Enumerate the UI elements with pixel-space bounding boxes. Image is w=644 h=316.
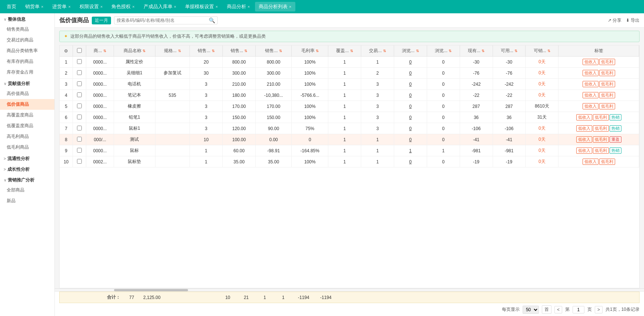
sidebar-item-全部商品[interactable]: 全部商品	[0, 185, 54, 196]
cell-views1[interactable]: 0	[394, 134, 427, 145]
nav-item-商品分析[interactable]: 商品分析×	[223, 2, 254, 11]
cell-sellable-days: 0天	[526, 123, 559, 134]
nav-item-销货单[interactable]: 销货单×	[21, 2, 47, 11]
col-gross-margin[interactable]: 毛利率 ⇅	[292, 45, 328, 57]
sidebar-item-交易过的商品[interactable]: 交易过的商品	[0, 35, 54, 45]
next-page-button[interactable]: >	[595, 306, 603, 313]
views1-link[interactable]: 0	[409, 93, 412, 98]
row-checkbox[interactable]	[77, 126, 82, 130]
sidebar-item-库存资金占用[interactable]: 库存资金占用	[0, 67, 54, 78]
cell-views1[interactable]: 0	[394, 101, 427, 112]
share-button[interactable]: ↗ 分享	[608, 17, 621, 24]
col-views2[interactable]: 浏览... ⇅	[427, 45, 460, 57]
nav-close-icon[interactable]: ×	[68, 4, 70, 9]
sidebar-group-4[interactable]: ∨营销推广分析	[0, 174, 54, 185]
table-wrapper[interactable]: ⚙ 商... ⇅ 商品名称 ⇅ 规格... ⇅ 销售... ⇅ 销售... ⇅ …	[59, 45, 640, 288]
totals-empty2	[196, 295, 218, 300]
prev-page-button[interactable]: <	[554, 306, 562, 313]
views1-link[interactable]: 0	[409, 71, 412, 76]
sidebar-item-高覆盖度商品[interactable]: 高覆盖度商品	[0, 110, 54, 120]
col-name[interactable]: 商品名称 ⇅	[114, 45, 155, 57]
row-checkbox[interactable]	[77, 59, 82, 64]
nav-item-权限设置[interactable]: 权限设置×	[76, 2, 106, 11]
col-transactions[interactable]: 交易... ⇅	[361, 45, 394, 57]
sidebar-group-0[interactable]: ∨整体信息	[0, 13, 54, 24]
nav-close-icon[interactable]: ×	[174, 4, 176, 9]
sidebar-item-低覆盖度商品[interactable]: 低覆盖度商品	[0, 120, 54, 131]
first-page-button[interactable]: 首	[542, 305, 551, 314]
views1-link[interactable]: 0	[409, 126, 412, 131]
sidebar: ∨整体信息销售类商品交易过的商品商品分类销售率有库存的商品库存资金占用∨贡献值分…	[0, 13, 55, 316]
sidebar-item-高毛利商品[interactable]: 高毛利商品	[0, 131, 54, 142]
cell-views1[interactable]: 0	[394, 79, 427, 90]
nav-close-icon[interactable]: ×	[215, 4, 218, 9]
cell-views1[interactable]: 0	[394, 68, 427, 79]
views1-link[interactable]: 0	[409, 60, 412, 65]
export-button[interactable]: ⬇ 导出	[626, 17, 640, 24]
sidebar-item-高价值商品[interactable]: 高价值商品	[0, 88, 54, 99]
sidebar-group-1[interactable]: ∨贡献值分析	[0, 78, 54, 88]
nav-item-商品分析列表[interactable]: 商品分析列表×	[255, 2, 295, 11]
views1-link[interactable]: 0	[409, 82, 412, 87]
views1-link[interactable]: 0	[409, 115, 412, 120]
cell-views1[interactable]: 0	[394, 90, 427, 101]
row-checkbox[interactable]	[77, 159, 82, 164]
views1-link[interactable]: 0	[409, 159, 412, 164]
views1-link[interactable]: 1	[409, 148, 412, 153]
views1-link[interactable]: 0	[409, 137, 412, 142]
scrollbar-row[interactable]	[55, 288, 644, 291]
cell-views1[interactable]: 0	[394, 123, 427, 134]
col-sales-price[interactable]: 销售... ⇅	[255, 45, 292, 57]
sidebar-item-新品[interactable]: 新品	[0, 196, 54, 206]
row-checkbox[interactable]	[77, 148, 82, 153]
cell-sellable-days: 0天	[526, 145, 559, 156]
col-available-stock[interactable]: 可用... ⇅	[493, 45, 526, 57]
nav-item-单据模板设置[interactable]: 单据模板设置×	[181, 2, 221, 11]
nav-close-icon[interactable]: ×	[41, 4, 43, 9]
col-settings[interactable]: ⚙	[60, 45, 73, 57]
row-checkbox[interactable]	[77, 103, 82, 108]
nav-close-icon[interactable]: ×	[289, 4, 291, 9]
nav-item-进货单[interactable]: 进货单×	[48, 2, 74, 11]
views1-link[interactable]: 0	[409, 104, 412, 109]
nav-item-角色授权[interactable]: 角色授权×	[108, 2, 138, 11]
nav-close-icon[interactable]: ×	[248, 4, 250, 9]
col-sales-qty[interactable]: 销售... ⇅	[190, 45, 223, 57]
col-coverage[interactable]: 覆盖... ⇅	[328, 45, 361, 57]
settings-icon[interactable]: ⚙	[64, 48, 68, 54]
cell-views1[interactable]: 0	[394, 156, 427, 167]
sidebar-item-商品分类销售率[interactable]: 商品分类销售率	[0, 45, 54, 56]
sidebar-group-3[interactable]: >成长性分析	[0, 163, 54, 174]
footer: 合计： 77 2,125.00 10 21 1 1 -1194 -1194	[55, 291, 644, 316]
col-code[interactable]: 商... ⇅	[86, 45, 114, 57]
select-all-checkbox[interactable]	[77, 48, 82, 53]
row-checkbox[interactable]	[77, 92, 82, 97]
col-sales-amount[interactable]: 销售... ⇅	[222, 45, 255, 57]
sidebar-item-低毛利商品[interactable]: 低毛利商品	[0, 142, 54, 153]
cell-checkbox	[73, 112, 86, 123]
nav-close-icon[interactable]: ×	[100, 4, 103, 9]
col-views1[interactable]: 浏览... ⇅	[394, 45, 427, 57]
search-icon[interactable]: 🔍	[209, 17, 215, 23]
sidebar-group-2[interactable]: >流通性分析	[0, 153, 54, 163]
sidebar-item-有库存的商品[interactable]: 有库存的商品	[0, 56, 54, 67]
nav-item-产成品入库单[interactable]: 产成品入库单×	[140, 2, 180, 11]
cell-views1[interactable]: 1	[394, 145, 427, 156]
col-sellable-days[interactable]: 可销... ⇅	[526, 45, 559, 57]
row-checkbox[interactable]	[77, 137, 82, 142]
sidebar-item-低价值商品[interactable]: 低价值商品	[0, 99, 54, 110]
nav-close-icon[interactable]: ×	[132, 4, 134, 9]
sidebar-item-销售类商品[interactable]: 销售类商品	[0, 24, 54, 35]
page-size-select[interactable]: 50	[523, 306, 539, 314]
row-checkbox[interactable]	[77, 81, 82, 86]
col-spec[interactable]: 规格... ⇅	[155, 45, 189, 57]
search-input[interactable]	[117, 18, 207, 23]
date-badge[interactable]: 近一月	[92, 17, 111, 24]
row-checkbox[interactable]	[77, 70, 82, 75]
cell-views1[interactable]: 0	[394, 57, 427, 68]
nav-item-首页[interactable]: 首页	[3, 2, 20, 11]
cell-views1[interactable]: 0	[394, 112, 427, 123]
current-page-input[interactable]	[573, 306, 584, 313]
row-checkbox[interactable]	[77, 115, 82, 119]
col-current-stock[interactable]: 现有... ⇅	[460, 45, 493, 57]
